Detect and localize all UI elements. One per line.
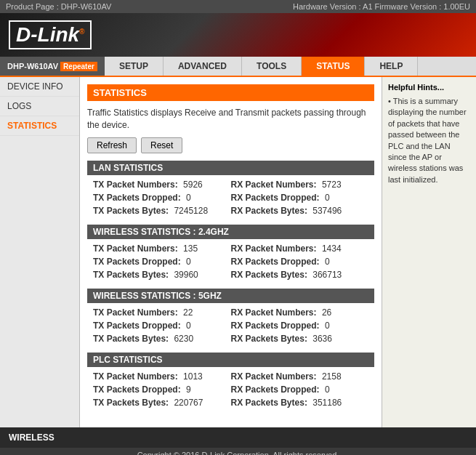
w5-tx-dropped-value: 0 [186,321,191,331]
wireless-24-statistics-section: WIRELESS STATISTICS : 2.4GHZ TX Packet N… [87,225,374,281]
w24-rx-bytes-value: 366713 [312,270,342,280]
lan-tx-dropped-label-col: TX Packets Dropped: 0 [93,193,231,203]
w5-tx-packets-value: 22 [183,307,193,318]
brand-tab: DHP-W610AV Repeater [0,57,105,76]
plc-stats-header: PLC STATISTICS [87,353,374,367]
lan-tx-bytes-label: TX Packets Bytes: [93,206,169,216]
plc-tx-dropped-value: 9 [186,384,191,395]
lan-tx-dropped-label: TX Packets Dropped: [93,193,181,203]
lan-tx-packets-label-col: TX Packet Numbers: 5926 [93,180,231,190]
footer-text: Copyright © 2016 D-Link Corporation. All… [137,451,339,455]
sidebar-item-statistics[interactable]: STATISTICS [0,116,79,136]
w5-row-2: TX Packets Bytes: 6230 RX Packets Bytes:… [87,332,374,345]
helpful-hints-panel: Helpful Hints... • This is a summary dis… [382,77,476,427]
w5-rx-packets-value: 26 [322,307,331,318]
lan-row-2: TX Packets Bytes: 7245128 RX Packets Byt… [87,204,374,217]
lan-rx-bytes-label: RX Packets Bytes: [231,206,307,216]
w5-tx-packets-label: TX Packet Numbers: [93,307,178,318]
plc-rx-bytes-label: RX Packets Bytes: [231,398,307,408]
lan-statistics-section: LAN STATISTICS TX Packet Numbers: 5926 R… [87,161,374,217]
wireless-24-stats-header: WIRELESS STATISTICS : 2.4GHZ [87,225,374,239]
tab-tools[interactable]: TOOLS [242,57,302,76]
w24-tx-packets-label: TX Packet Numbers: [93,243,178,254]
lan-stats-header: LAN STATISTICS [87,161,374,175]
lan-tx-bytes-label-col: TX Packets Bytes: 7245128 [93,206,231,216]
plc-rx-packets-value: 2158 [322,371,342,382]
w24-rx-packets-label: RX Packet Numbers: [231,243,317,254]
lan-rx-packets-value: 5723 [322,180,342,190]
sidebar-item-logs[interactable]: LOGS [0,97,79,116]
w24-row-0: TX Packet Numbers: 135 RX Packet Numbers… [87,242,374,255]
w24-tx-bytes-label: TX Packets Bytes: [93,270,169,280]
hints-title: Helpful Hints... [388,83,470,92]
w5-rx-bytes-value: 3636 [312,334,332,344]
tab-advanced[interactable]: ADVANCED [164,57,242,76]
tab-status[interactable]: STATUS [302,57,365,76]
plc-tx-packets-label: TX Packet Numbers: [93,371,178,382]
action-buttons: Refresh Reset [87,137,374,153]
w24-tx-bytes-value: 39960 [174,270,198,280]
bottom-bar-label: WIRELESS [9,432,55,443]
bottom-bar: WIRELESS [0,427,476,448]
lan-tx-dropped-value: 0 [186,193,191,203]
lan-rx-dropped-label-col: RX Packets Dropped: 0 [231,193,369,203]
lan-tx-packets-label: TX Packet Numbers: [93,180,178,190]
lan-tx-packets-value: 5926 [183,180,203,190]
version-label: Hardware Version : A1 Firmware Version :… [293,2,470,11]
w24-row-1: TX Packets Dropped: 0 RX Packets Dropped… [87,255,374,268]
header: D-Link® [0,13,476,57]
w24-rx-bytes-label: RX Packets Bytes: [231,270,307,280]
plc-rx-bytes-value: 351186 [312,398,342,408]
plc-tx-dropped-label: TX Packets Dropped: [93,384,181,395]
tab-help[interactable]: HELP [365,57,418,76]
lan-rx-bytes-label-col: RX Packets Bytes: 537496 [231,206,369,216]
w24-row-2: TX Packets Bytes: 39960 RX Packets Bytes… [87,268,374,281]
w24-rx-packets-value: 1434 [322,243,342,254]
w5-tx-bytes-label: TX Packets Bytes: [93,334,169,344]
dlink-logo: D-Link® [9,20,92,49]
plc-row-0: TX Packet Numbers: 1013 RX Packet Number… [87,370,374,383]
lan-tx-bytes-value: 7245128 [174,206,208,216]
w24-tx-dropped-label: TX Packets Dropped: [93,257,181,267]
w5-rx-dropped-label: RX Packets Dropped: [231,321,320,331]
plc-tx-packets-value: 1013 [183,371,203,382]
plc-rx-dropped-value: 0 [325,384,330,395]
tab-setup[interactable]: SETUP [105,57,164,76]
w24-rx-dropped-value: 0 [325,257,330,267]
mode-badge: Repeater [60,62,97,71]
wireless-5-stats-header: WIRELESS STATISTICS : 5GHZ [87,289,374,303]
refresh-button[interactable]: Refresh [87,137,137,153]
plc-statistics-section: PLC STATISTICS TX Packet Numbers: 1013 R… [87,353,374,409]
wireless-5-statistics-section: WIRELESS STATISTICS : 5GHZ TX Packet Num… [87,289,374,345]
lan-rx-bytes-value: 537496 [312,206,342,216]
w24-tx-dropped-value: 0 [186,257,191,267]
main-layout: DEVICE INFO LOGS STATISTICS STATISTICS T… [0,77,476,427]
product-page-label: Product Page : DHP-W610AV [6,2,111,11]
plc-tx-bytes-label: TX Packets Bytes: [93,398,169,408]
plc-tx-bytes-value: 220767 [174,398,203,408]
lan-row-0: TX Packet Numbers: 5926 RX Packet Number… [87,178,374,191]
plc-row-2: TX Packets Bytes: 220767 RX Packets Byte… [87,396,374,409]
top-bar: Product Page : DHP-W610AV Hardware Versi… [0,0,476,13]
lan-row-1: TX Packets Dropped: 0 RX Packets Dropped… [87,191,374,204]
footer: Copyright © 2016 D-Link Corporation. All… [0,448,476,455]
lan-rx-packets-label: RX Packet Numbers: [231,180,317,190]
lan-rx-dropped-value: 0 [325,193,330,203]
sidebar: DEVICE INFO LOGS STATISTICS [0,77,80,427]
reset-button[interactable]: Reset [141,137,182,153]
content-area: STATISTICS Traffic Statistics displays R… [80,77,382,427]
w24-tx-packets-value: 135 [183,243,198,254]
brand-label: DHP-W610AV [7,62,58,71]
w5-row-1: TX Packets Dropped: 0 RX Packets Dropped… [87,319,374,332]
w5-rx-bytes-label: RX Packets Bytes: [231,334,307,344]
w5-rx-dropped-value: 0 [325,321,330,331]
w5-tx-dropped-label: TX Packets Dropped: [93,321,181,331]
w5-rx-packets-label: RX Packet Numbers: [231,307,317,318]
nav-tabs: DHP-W610AV Repeater SETUP ADVANCED TOOLS… [0,57,476,77]
page-title: STATISTICS [87,84,374,101]
lan-rx-packets-label-col: RX Packet Numbers: 5723 [231,180,369,190]
w5-row-0: TX Packet Numbers: 22 RX Packet Numbers:… [87,306,374,319]
hints-text: • This is a summary displaying the numbe… [388,96,470,185]
description-text: Traffic Statistics displays Receive and … [87,107,374,132]
sidebar-item-device-info[interactable]: DEVICE INFO [0,77,79,97]
